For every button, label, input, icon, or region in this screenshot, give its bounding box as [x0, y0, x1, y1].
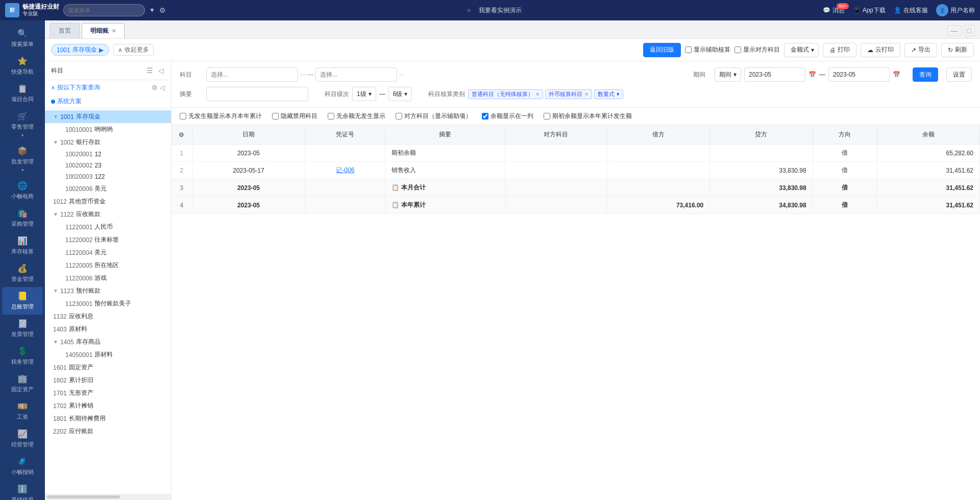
tree-item-10020006[interactable]: 10020006 美元 [57, 182, 171, 195]
window-minimize-btn[interactable]: — [947, 25, 962, 36]
td-voucher-2[interactable]: 记-006 [305, 162, 385, 179]
sidebar-item-wholesale[interactable]: 📦 批发管理 ▾ [2, 142, 43, 177]
tree-item-10020001[interactable]: 10020001 12 [57, 149, 171, 160]
filter-subject-end-input[interactable] [315, 67, 397, 82]
sidebar-item-quick-nav[interactable]: ⭐ 快捷导航 [2, 52, 43, 80]
filter-tag-1[interactable]: 外币核算科目 ✕ [545, 89, 592, 99]
settings-icon[interactable]: ⚙ [159, 6, 166, 14]
query-button[interactable]: 查询 [913, 67, 938, 82]
tree-scrollbar[interactable] [45, 494, 171, 500]
tree-item-11220002[interactable]: 11220002 往来标签 [57, 233, 171, 246]
tree-item-11220006[interactable]: 11220006 游戏 [57, 272, 171, 284]
online-service-btn[interactable]: 👤 在线客服 [894, 6, 928, 15]
checkbox-1[interactable]: 隐藏禁用科目 [272, 112, 317, 121]
period-to-input[interactable] [828, 67, 890, 82]
tab-home[interactable]: 首页 [50, 23, 80, 38]
list-view-icon[interactable]: ☰ [145, 65, 154, 76]
cloud-print-btn[interactable]: ☁ 云打印 [861, 43, 900, 57]
sidebar-item-fixed-assets[interactable]: 🏢 固定资产 [2, 370, 43, 397]
sidebar-item-payroll[interactable]: 💴 工资 [2, 397, 43, 425]
query-settings-icon[interactable]: ⚙ [152, 84, 158, 91]
tree-item-1602[interactable]: 1602 累计折旧 [45, 374, 171, 387]
checkbox-0-input[interactable] [180, 113, 186, 120]
print-btn[interactable]: 🖨 打印 [823, 43, 856, 57]
demo-link[interactable]: 我要看实例演示 [479, 6, 522, 15]
tree-item-1601[interactable]: 1601 固定资产 [45, 361, 171, 374]
sidebar-item-ecommerce[interactable]: 🌐 小畅电商 [2, 177, 43, 204]
tree-item-11230001[interactable]: 11230001 预付账款美子 [57, 297, 171, 310]
tree-item-1132[interactable]: 1132 应收利息 [45, 310, 171, 323]
subject-selector-tag[interactable]: 1001 库存现金 ▶ [51, 44, 109, 56]
tree-item-1001[interactable]: ▼ 1001 库存现金 [45, 110, 171, 123]
tab-detail[interactable]: 明细账 ✕ [82, 23, 125, 38]
tree-item-10010001[interactable]: 10010001 哟哟哟 [57, 123, 171, 136]
period-type-select[interactable]: 期间 ▾ [715, 67, 741, 82]
checkbox-0[interactable]: 无发生额显示本月本年累计 [180, 112, 262, 121]
sidebar-item-basic-info[interactable]: ℹ️ 基础信息 [2, 480, 43, 500]
expand-more-btn[interactable]: ∧ 收起更多 [113, 44, 154, 56]
checkbox-4[interactable]: 余额显示在一列 [482, 112, 533, 121]
settings-button[interactable]: 设置 [946, 67, 972, 82]
gear-settings-icon[interactable]: ⚙ [179, 131, 184, 138]
tree-item-10020003[interactable]: 10020003 122 [57, 171, 171, 182]
sidebar-item-search[interactable]: 🔍 搜索菜单 [2, 25, 43, 52]
tree-item-11220004[interactable]: 11220004 美元 [57, 246, 171, 259]
back-old-btn[interactable]: 返回旧版 [643, 43, 681, 57]
checkbox-2-input[interactable] [328, 113, 334, 120]
tree-item-1122[interactable]: ▼ 1122 应收账款 [45, 208, 171, 221]
show-contra-checkbox[interactable]: 显示对方科目 [734, 45, 780, 54]
tree-item-1701[interactable]: 1701 无形资产 [45, 387, 171, 399]
level-from-select[interactable]: 1级 ▾ [352, 87, 376, 101]
app-download-btn[interactable]: 📱 App下载 [853, 6, 886, 15]
top-search-input[interactable] [63, 4, 145, 16]
checkbox-3[interactable]: 对方科目（显示辅助项） [396, 112, 472, 121]
calendar-to-icon[interactable]: 📅 [893, 71, 900, 78]
period-from-input[interactable] [744, 67, 805, 82]
filter-tag-0[interactable]: 普通科目（无特殊核算） ✕ [468, 89, 543, 99]
checkbox-5[interactable]: 期初余额显示本年累计发生额 [544, 112, 632, 121]
tree-item-2202[interactable]: 2202 应付账款 [45, 425, 171, 438]
show-aux-input[interactable] [685, 46, 692, 53]
tree-item-1002[interactable]: ▼ 1002 银行存款 [45, 136, 171, 149]
tree-item-1405[interactable]: ▼ 1405 库存商品 [45, 336, 171, 348]
filter-summary-input[interactable] [206, 87, 308, 101]
level-to-select[interactable]: 6级 ▾ [388, 87, 412, 101]
sidebar-item-tax[interactable]: 💲 税务管理 [2, 342, 43, 370]
calendar-from-icon[interactable]: 📅 [808, 71, 816, 78]
refresh-btn[interactable]: ↻ 刷新 [941, 43, 974, 57]
checkbox-1-input[interactable] [272, 113, 279, 120]
system-scheme-item[interactable]: 系统方案 [45, 95, 171, 108]
message-btn[interactable]: 💬 消息 99+ [823, 6, 845, 15]
tree-item-1801[interactable]: 1801 长期待摊费用 [45, 412, 171, 425]
tree-item-1403[interactable]: 1403 原材料 [45, 323, 171, 336]
dropdown-icon[interactable]: ▼ [149, 7, 155, 14]
sidebar-item-retail[interactable]: 🛒 零售管理 ▾ [2, 107, 43, 142]
sidebar-item-inventory[interactable]: 📊 库存核算 [2, 232, 43, 259]
tree-item-1123[interactable]: ▼ 1123 预付账款 [45, 284, 171, 297]
sidebar-item-project[interactable]: 📋 项目合同 [2, 80, 43, 107]
sidebar-item-ledger[interactable]: 📒 总账管理 [2, 287, 43, 315]
window-maximize-btn[interactable]: □ [964, 25, 975, 36]
show-aux-checkbox[interactable]: 显示辅助核算 [685, 45, 730, 54]
sidebar-item-funds[interactable]: 💰 资金管理 [2, 259, 43, 287]
checkbox-5-input[interactable] [544, 113, 550, 120]
tree-item-10020002[interactable]: 10020002 23 [57, 160, 171, 171]
collapse-panel-icon[interactable]: ◁ [157, 65, 165, 76]
query-close-icon[interactable]: ◁ [160, 84, 165, 91]
tree-item-14050001[interactable]: 14050001 原材料 [57, 348, 171, 361]
checkbox-4-input[interactable] [482, 113, 488, 120]
filter-tag-1-remove[interactable]: ✕ [584, 91, 589, 97]
filter-tag-0-remove[interactable]: ✕ [535, 91, 540, 97]
tree-item-11220005[interactable]: 11220005 所在地区 [57, 259, 171, 272]
amount-format-btn[interactable]: 金额式 ▾ [784, 43, 819, 57]
user-avatar[interactable]: 👤 用户名称 [936, 4, 975, 16]
sidebar-item-invoice[interactable]: 🧾 发票管理 [2, 315, 43, 342]
tree-item-11220001[interactable]: 11220001 人民币 [57, 221, 171, 233]
filter-subject-input[interactable] [206, 67, 298, 82]
tab-close-icon[interactable]: ✕ [112, 28, 116, 34]
filter-tag-2[interactable]: 数量式 ▾ [594, 89, 623, 99]
sidebar-item-management[interactable]: 📈 经营管理 [2, 425, 43, 453]
show-contra-input[interactable] [734, 46, 741, 53]
tree-item-1012[interactable]: 1012 其他货币资金 [45, 195, 171, 208]
sidebar-item-purchase[interactable]: 🛍️ 采购管理 [2, 204, 43, 232]
